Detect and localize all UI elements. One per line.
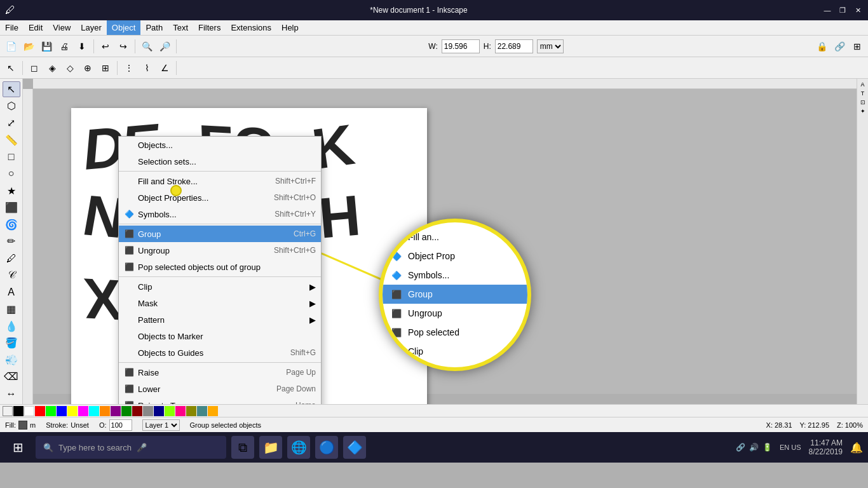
menu-layer[interactable]: Layer — [76, 20, 107, 35]
color-pink[interactable] — [175, 406, 186, 416]
layer-select[interactable]: Layer 1 — [142, 419, 180, 431]
minimize-button[interactable]: — — [822, 5, 832, 15]
color-dark-green[interactable] — [121, 406, 132, 416]
connector-tool[interactable]: ↔ — [3, 386, 20, 402]
zoom-in-button[interactable]: 🔍 — [139, 38, 155, 55]
taskbar-app-file-explorer[interactable]: 📁 — [259, 436, 282, 459]
magnify-item-ungroup[interactable]: ⬛ Ungroup — [383, 304, 527, 323]
menu-item-group[interactable]: ⬛ Group Ctrl+G — [119, 226, 321, 242]
snap-button[interactable]: 🔗 — [831, 38, 848, 55]
unit-select[interactable]: mmpxin — [537, 39, 564, 53]
magnify-item-object-props[interactable]: 🔷 Object Prop — [383, 247, 527, 266]
color-navy[interactable] — [154, 406, 164, 416]
grid-button[interactable]: ⊞ — [849, 38, 865, 55]
print-button[interactable]: 🖨 — [56, 38, 72, 55]
selection-tool[interactable]: ↖ — [3, 81, 20, 97]
calligraphy-tool[interactable]: 𝒞 — [3, 268, 20, 283]
save-button[interactable]: 💾 — [38, 38, 55, 55]
menu-item-lower[interactable]: ⬛ Lower Page Down — [119, 381, 321, 397]
color-red[interactable] — [35, 406, 45, 416]
zoom-out-button[interactable]: 🔎 — [156, 38, 173, 55]
pencil-tool[interactable]: ✏ — [3, 234, 20, 250]
zoom-tool[interactable]: ⤢ — [3, 115, 20, 131]
color-purple[interactable] — [111, 406, 121, 416]
star-tool[interactable]: ★ — [3, 183, 20, 199]
spray-tool[interactable]: 💨 — [3, 352, 20, 368]
color-cyan[interactable] — [89, 406, 99, 416]
menu-item-clip[interactable]: Clip ▶ — [119, 278, 321, 295]
snap-midpoint[interactable]: ◇ — [62, 60, 78, 76]
menu-item-pop-selected[interactable]: ⬛ Pop selected objects out of group — [119, 259, 321, 275]
menu-text[interactable]: Text — [168, 20, 193, 35]
menu-edit[interactable]: Edit — [24, 20, 48, 35]
windows-start-button[interactable]: ⊞ — [5, 435, 31, 460]
snap-bbox[interactable]: ◻ — [26, 60, 43, 76]
menu-file[interactable]: File — [0, 20, 24, 35]
right-tool-4[interactable]: ✦ — [860, 108, 865, 114]
snap-guide[interactable]: ⊞ — [97, 60, 114, 76]
3d-box-tool[interactable]: ⬛ — [3, 200, 20, 215]
paint-bucket-tool[interactable]: 🪣 — [3, 335, 20, 351]
snap-grid[interactable]: ⋮ — [121, 60, 137, 76]
menu-item-objects-to-marker[interactable]: Objects to Marker — [119, 328, 321, 344]
color-lime[interactable] — [165, 406, 175, 416]
menu-item-symbols[interactable]: 🔷 Symbols... Shift+Ctrl+Y — [119, 206, 321, 222]
color-magenta[interactable] — [78, 406, 88, 416]
taskbar-app-edge[interactable]: 🔵 — [315, 436, 338, 459]
close-button[interactable]: ✕ — [853, 5, 863, 15]
color-gold[interactable] — [208, 406, 218, 416]
canvas-area[interactable]: DE FC K N I G H X W Objects... — [23, 79, 868, 404]
color-olive[interactable] — [186, 406, 196, 416]
snap-path[interactable]: ⌇ — [139, 60, 155, 76]
search-bar[interactable]: 🔍 Type here to search 🎤 — [36, 436, 226, 459]
menu-item-object-props[interactable]: Object Properties... Shift+Ctrl+O — [119, 189, 321, 206]
color-teal[interactable] — [197, 406, 207, 416]
right-tool-3[interactable]: ⊡ — [860, 99, 865, 105]
undo-button[interactable]: ↩ — [97, 38, 114, 55]
height-input[interactable] — [495, 39, 533, 53]
menu-extensions[interactable]: Extensions — [226, 20, 276, 35]
magnify-item-symbols[interactable]: 🔷 Symbols... — [383, 266, 527, 285]
magnify-item-group[interactable]: ⬛ Group — [383, 285, 527, 304]
menu-path[interactable]: Path — [140, 20, 168, 35]
taskbar-app-task-view[interactable]: ⧉ — [231, 436, 254, 459]
new-button[interactable]: 📄 — [3, 38, 19, 55]
color-yellow[interactable] — [67, 406, 78, 416]
color-orange[interactable] — [100, 406, 110, 416]
color-maroon[interactable] — [132, 406, 142, 416]
width-input[interactable] — [442, 39, 480, 53]
snap-node[interactable]: ◈ — [44, 60, 60, 76]
color-black[interactable] — [13, 406, 24, 416]
magnify-item-pop[interactable]: ⬛ Pop selected — [383, 323, 527, 342]
color-green[interactable] — [46, 406, 56, 416]
node-tool[interactable]: ⬡ — [3, 98, 20, 114]
text-tool[interactable]: A — [3, 285, 20, 301]
snap-angle[interactable]: ∠ — [156, 60, 173, 76]
pen-tool[interactable]: 🖊 — [3, 250, 20, 266]
notification-icon[interactable]: 🔔 — [850, 442, 863, 454]
menu-item-mask[interactable]: Mask ▶ — [119, 295, 321, 311]
gradient-tool[interactable]: ▦ — [3, 301, 20, 317]
color-white[interactable] — [24, 406, 34, 416]
circle-tool[interactable]: ○ — [3, 166, 20, 182]
menu-item-objects[interactable]: Objects... — [119, 137, 321, 153]
spiral-tool[interactable]: 🌀 — [3, 217, 20, 233]
opacity-input[interactable] — [109, 419, 132, 431]
redo-button[interactable]: ↪ — [115, 38, 132, 55]
lock-ratio-button[interactable]: 🔒 — [813, 38, 830, 55]
menu-view[interactable]: View — [48, 20, 76, 35]
eraser-tool[interactable]: ⌫ — [3, 369, 20, 385]
measure-tool[interactable]: 📏 — [3, 132, 20, 148]
menu-item-objects-to-guides[interactable]: Objects to Guides Shift+G — [119, 344, 321, 361]
select-tool[interactable]: ↖ — [3, 60, 19, 76]
taskbar-app-browser2[interactable]: 🔷 — [343, 436, 366, 459]
color-none[interactable] — [3, 406, 13, 416]
menu-filters[interactable]: Filters — [193, 20, 226, 35]
menu-item-raise-to-top[interactable]: ⬛ Raise to Top Home — [119, 397, 321, 404]
menu-item-pattern[interactable]: Pattern ▶ — [119, 311, 321, 328]
right-tool-2[interactable]: T — [861, 90, 865, 97]
taskbar-app-chrome[interactable]: 🌐 — [287, 436, 310, 459]
right-tool-1[interactable]: A — [860, 81, 864, 88]
menu-item-raise[interactable]: ⬛ Raise Page Up — [119, 364, 321, 381]
color-gray[interactable] — [143, 406, 153, 416]
